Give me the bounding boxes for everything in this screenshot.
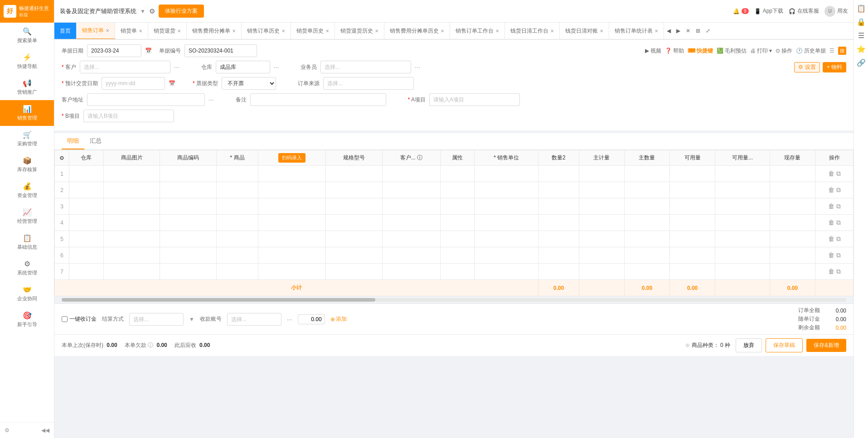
tab-close-6[interactable]: ✕ [325, 29, 329, 34]
history-btn[interactable]: 🕐 历史单据 [796, 47, 826, 55]
salesperson-input[interactable] [320, 61, 411, 73]
row-delete-icon-5[interactable]: 🗑 [828, 235, 834, 243]
order-no-input[interactable] [184, 44, 257, 57]
tab-close-11[interactable]: ✕ [600, 29, 603, 34]
remark-input[interactable] [250, 93, 386, 106]
address-more-btn[interactable]: ··· [209, 96, 214, 103]
sidebar-item-采购管理[interactable]: 🛒采购管理 [0, 126, 54, 152]
row-unit-7[interactable] [475, 264, 538, 280]
tab-prev-icon[interactable]: ◀ [664, 28, 674, 34]
delivery-input[interactable] [102, 77, 165, 90]
row-attr-7[interactable] [440, 264, 475, 280]
date-input[interactable] [87, 44, 141, 57]
row-main-qty-7[interactable] [624, 264, 669, 280]
row-product-3[interactable] [217, 198, 258, 215]
sidebar-item-搜索菜单[interactable]: 🔍搜索菜单 [0, 23, 54, 48]
tab-2[interactable]: 销货单✕ [115, 23, 148, 39]
amount-input[interactable] [298, 314, 325, 324]
scan-btn[interactable]: 扫码录入 [278, 153, 305, 163]
tab-11[interactable]: 钱货日清对账✕ [560, 23, 609, 39]
operations-btn[interactable]: ⊙ 操作 [776, 47, 792, 55]
row-qty2-1[interactable] [538, 166, 579, 182]
calendar2-icon[interactable]: 📅 [169, 80, 175, 87]
row-customer-code-2[interactable] [383, 182, 440, 198]
account-input[interactable] [227, 313, 281, 326]
tab-close-1[interactable]: ✕ [106, 28, 109, 33]
right-icon-3[interactable]: ☰ [855, 29, 868, 42]
row-main-qty-6[interactable] [624, 247, 669, 264]
list-view-icon[interactable]: ☰ [829, 48, 834, 54]
payment-method-arrow-icon[interactable]: ▼ [189, 316, 194, 322]
row-delete-icon-7[interactable]: 🗑 [828, 268, 834, 275]
row-customer-code-1[interactable] [383, 166, 440, 182]
tab-0[interactable]: 首页 [54, 23, 77, 39]
row-customer-code-3[interactable] [383, 198, 440, 215]
row-spec-3[interactable] [326, 198, 383, 215]
row-warehouse-3[interactable] [69, 198, 104, 215]
row-main-qty-5[interactable] [624, 231, 669, 247]
row-main-qty-3[interactable] [624, 198, 669, 215]
row-qty2-7[interactable] [538, 264, 579, 280]
row-unit-6[interactable] [475, 247, 538, 264]
tab-close-10[interactable]: ✕ [550, 29, 554, 34]
row-product-6[interactable] [217, 247, 258, 264]
row-spec-6[interactable] [326, 247, 383, 264]
sidebar-item-库存核算[interactable]: 📦库存核算 [0, 152, 54, 178]
row-unit-5[interactable] [475, 231, 538, 247]
sidebar-collapse-icon[interactable]: ◀◀ [41, 427, 49, 433]
row-attr-3[interactable] [440, 198, 475, 215]
sidebar-item-经营管理[interactable]: 📈经营管理 [0, 203, 54, 229]
row-main-qty-1[interactable] [624, 166, 669, 182]
row-warehouse-7[interactable] [69, 264, 104, 280]
row-qty2-5[interactable] [538, 231, 579, 247]
save-draft-button[interactable]: 保存草稿 [766, 338, 803, 352]
row-unit-1[interactable] [475, 166, 538, 182]
row-unit-4[interactable] [475, 215, 538, 231]
right-icon-4[interactable]: ⭐ [855, 43, 868, 55]
row-product-1[interactable] [217, 166, 258, 182]
row-main-qty-2[interactable] [624, 182, 669, 198]
grid-view-icon[interactable]: ⊞ [838, 47, 846, 55]
right-icon-5[interactable]: 🔗 [855, 56, 868, 69]
row-code-3[interactable] [160, 198, 217, 215]
row-delete-icon-3[interactable]: 🗑 [828, 202, 834, 210]
col-scan[interactable]: 扫码录入 [258, 150, 326, 166]
row-unit-3[interactable] [475, 198, 538, 215]
row-customer-code-5[interactable] [383, 231, 440, 247]
app-download-item[interactable]: 📱 App下载 [754, 7, 783, 15]
b-project-input[interactable] [83, 110, 174, 122]
row-copy-icon-6[interactable]: ⧉ [836, 251, 841, 259]
tab-max-icon[interactable]: ⤢ [703, 28, 713, 34]
row-customer-code-4[interactable] [383, 215, 440, 231]
tab-close-4[interactable]: ✕ [232, 29, 236, 34]
tab-close-8[interactable]: ✕ [441, 29, 444, 34]
tab-10[interactable]: 钱货日清工作台✕ [505, 23, 560, 39]
row-copy-icon-7[interactable]: ⧉ [836, 268, 841, 275]
tab-6[interactable]: 销货单历史✕ [291, 23, 335, 39]
row-warehouse-2[interactable] [69, 182, 104, 198]
row-delete-icon-2[interactable]: 🗑 [828, 186, 834, 194]
tab-close-2[interactable]: ✕ [139, 29, 142, 34]
sidebar-item-新手引导[interactable]: 🎯新手引导 [0, 307, 54, 332]
row-product-7[interactable] [217, 264, 258, 280]
right-icon-2[interactable]: 🔒 [855, 15, 868, 28]
row-code-1[interactable] [160, 166, 217, 182]
tab-8[interactable]: 销售费用分摊单历史✕ [384, 23, 450, 39]
row-product-2[interactable] [217, 182, 258, 198]
row-product-5[interactable] [217, 231, 258, 247]
user-item[interactable]: U 用友 [824, 6, 848, 17]
account-more-btn[interactable]: ··· [287, 316, 292, 323]
sidebar-item-营销推广[interactable]: 📢营销推广 [0, 74, 54, 100]
tab-close-5[interactable]: ✕ [281, 29, 285, 34]
tab-1[interactable]: 销售订单✕ [77, 23, 115, 39]
tab-close-7[interactable]: ✕ [375, 29, 378, 34]
settings-icon[interactable]: ⚙ [149, 7, 155, 15]
address-input[interactable] [87, 93, 205, 106]
scroll-bar[interactable] [62, 298, 846, 302]
tab-close-9[interactable]: ✕ [495, 29, 499, 34]
row-code-2[interactable] [160, 182, 217, 198]
sidebar-item-快捷导航[interactable]: ⚡快捷导航 [0, 48, 54, 74]
scroll-thumb[interactable] [62, 298, 375, 302]
tab-12[interactable]: 销售订单统计表✕ [609, 23, 664, 39]
order-source-input[interactable] [323, 77, 414, 90]
